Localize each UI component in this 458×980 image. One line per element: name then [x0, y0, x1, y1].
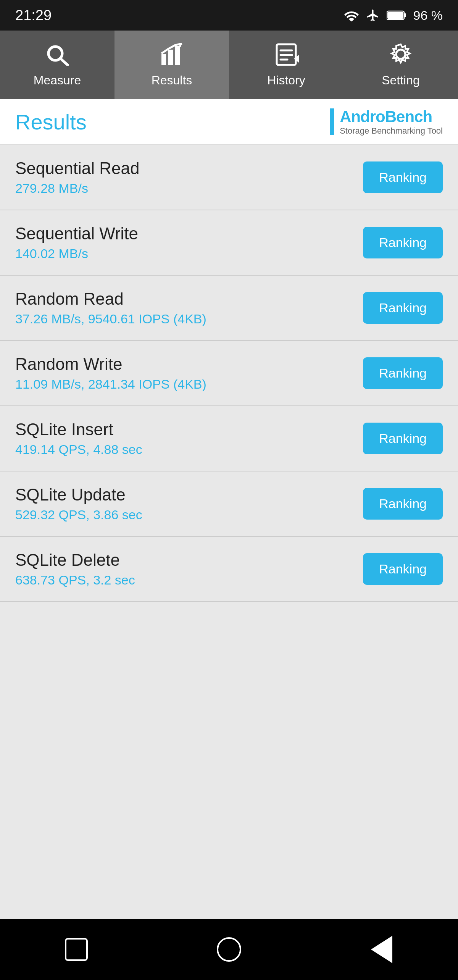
result-value-sequential-read: 279.28 MB/s: [15, 181, 139, 196]
battery-icon: [387, 10, 406, 21]
svg-rect-6: [168, 50, 173, 65]
tab-history[interactable]: History: [229, 31, 344, 99]
result-info-sequential-write: Sequential Write 140.02 MB/s: [15, 224, 138, 261]
result-row-sqlite-insert: SQLite Insert 419.14 QPS, 4.88 sec Ranki…: [0, 406, 458, 471]
circle-icon: [217, 937, 241, 962]
tab-history-label: History: [267, 73, 305, 87]
result-row-random-write: Random Write 11.09 MB/s, 2841.34 IOPS (4…: [0, 341, 458, 406]
result-name-sqlite-update: SQLite Update: [15, 485, 142, 504]
result-value-random-write: 11.09 MB/s, 2841.34 IOPS (4KB): [15, 377, 206, 392]
svg-rect-7: [175, 46, 180, 65]
tab-measure[interactable]: Measure: [0, 31, 114, 99]
result-name-random-write: Random Write: [15, 355, 206, 374]
brand-name: AndroBench: [340, 108, 443, 126]
bottom-nav-bar: [0, 919, 458, 980]
setting-icon: [387, 43, 414, 69]
back-icon: [371, 936, 392, 963]
result-info-sqlite-update: SQLite Update 529.32 QPS, 3.86 sec: [15, 485, 142, 522]
bottom-nav-circle-btn[interactable]: [214, 934, 244, 965]
tab-setting[interactable]: Setting: [344, 31, 458, 99]
result-name-sequential-write: Sequential Write: [15, 224, 138, 243]
tab-results[interactable]: Results: [114, 31, 229, 99]
result-row-sequential-read: Sequential Read 279.28 MB/s Ranking: [0, 145, 458, 210]
measure-icon: [44, 43, 71, 69]
status-bar: 21:29 96 %: [0, 0, 458, 31]
result-info-sqlite-insert: SQLite Insert 419.14 QPS, 4.88 sec: [15, 420, 142, 457]
nav-tabs: Measure Results History: [0, 31, 458, 99]
brand-bench: Bench: [385, 108, 432, 126]
results-header: Results AndroBench Storage Benchmarking …: [0, 99, 458, 145]
result-value-sqlite-insert: 419.14 QPS, 4.88 sec: [15, 442, 142, 457]
result-row-sqlite-update: SQLite Update 529.32 QPS, 3.86 sec Ranki…: [0, 471, 458, 537]
history-icon: [273, 43, 300, 69]
result-name-sqlite-delete: SQLite Delete: [15, 551, 135, 570]
svg-rect-1: [404, 13, 406, 17]
brand-subtitle: Storage Benchmarking Tool: [340, 126, 443, 136]
status-icons: 96 %: [344, 8, 443, 23]
battery-percent: 96 %: [413, 8, 443, 23]
brand-logo-bar: [330, 108, 334, 135]
ranking-btn-sqlite-update[interactable]: Ranking: [363, 488, 443, 520]
svg-line-4: [60, 58, 68, 65]
brand-logo-text: AndroBench Storage Benchmarking Tool: [340, 108, 443, 136]
ranking-btn-sequential-write[interactable]: Ranking: [363, 227, 443, 258]
tab-measure-label: Measure: [34, 73, 81, 87]
bottom-nav-square-btn[interactable]: [61, 934, 92, 965]
tab-setting-label: Setting: [382, 73, 420, 87]
ranking-btn-sqlite-delete[interactable]: Ranking: [363, 553, 443, 585]
brand-andro: Andro: [340, 108, 385, 126]
square-icon: [65, 938, 88, 961]
svg-point-14: [396, 50, 405, 59]
result-value-random-read: 37.26 MB/s, 9540.61 IOPS (4KB): [15, 312, 206, 326]
brand-logo: AndroBench Storage Benchmarking Tool: [330, 108, 443, 136]
result-row-sqlite-delete: SQLite Delete 638.73 QPS, 3.2 sec Rankin…: [0, 537, 458, 602]
tab-results-label: Results: [152, 73, 192, 87]
result-info-sqlite-delete: SQLite Delete 638.73 QPS, 3.2 sec: [15, 551, 135, 588]
ranking-btn-random-write[interactable]: Ranking: [363, 357, 443, 389]
result-name-sqlite-insert: SQLite Insert: [15, 420, 142, 439]
ranking-btn-sqlite-insert[interactable]: Ranking: [363, 423, 443, 454]
result-info-sequential-read: Sequential Read 279.28 MB/s: [15, 159, 139, 196]
main-content: Results AndroBench Storage Benchmarking …: [0, 99, 458, 919]
result-row-sequential-write: Sequential Write 140.02 MB/s Ranking: [0, 210, 458, 276]
svg-rect-5: [161, 54, 166, 65]
result-value-sqlite-delete: 638.73 QPS, 3.2 sec: [15, 573, 135, 588]
svg-rect-2: [387, 12, 403, 19]
result-name-random-read: Random Read: [15, 289, 206, 308]
bottom-nav-back-btn[interactable]: [366, 934, 397, 965]
result-value-sqlite-update: 529.32 QPS, 3.86 sec: [15, 507, 142, 522]
ranking-btn-sequential-read[interactable]: Ranking: [363, 161, 443, 193]
results-icon: [158, 43, 185, 69]
result-row-random-read: Random Read 37.26 MB/s, 9540.61 IOPS (4K…: [0, 276, 458, 341]
result-info-random-write: Random Write 11.09 MB/s, 2841.34 IOPS (4…: [15, 355, 206, 392]
result-rows: Sequential Read 279.28 MB/s Ranking Sequ…: [0, 145, 458, 919]
airplane-icon: [366, 8, 380, 22]
result-value-sequential-write: 140.02 MB/s: [15, 246, 138, 261]
results-page-title: Results: [15, 110, 87, 134]
wifi-icon: [344, 9, 359, 21]
status-time: 21:29: [15, 7, 52, 24]
result-name-sequential-read: Sequential Read: [15, 159, 139, 178]
result-info-random-read: Random Read 37.26 MB/s, 9540.61 IOPS (4K…: [15, 289, 206, 326]
ranking-btn-random-read[interactable]: Ranking: [363, 292, 443, 324]
